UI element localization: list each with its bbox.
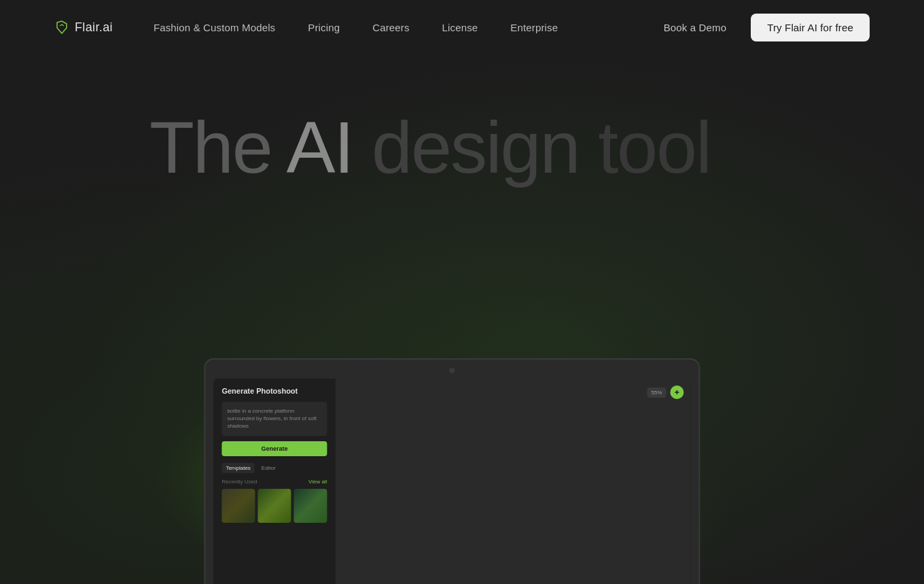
nav-link-fashion[interactable]: Fashion & Custom Models <box>154 22 275 33</box>
app-mockup-container: Assets Generate Elements Models <box>204 358 700 584</box>
hero-section: The AI design tool <box>0 54 924 186</box>
thumbnail-3[interactable] <box>294 489 327 523</box>
view-all-link[interactable]: View all <box>308 479 327 485</box>
panel-recently-used-label: Recently Used View all <box>221 479 327 485</box>
recently-used-text: Recently Used <box>221 479 257 485</box>
panel-prompt-text[interactable]: bottle in a concrete platform surrounded… <box>221 402 327 436</box>
zoom-icon <box>673 389 680 396</box>
app-ui: Assets Generate Elements Models <box>213 379 690 584</box>
nav-actions: Book a Demo Try Flair AI for free <box>650 14 870 41</box>
nav-link-enterprise[interactable]: Enterprise <box>510 22 558 33</box>
flair-logo-icon <box>54 20 69 35</box>
laptop-frame: Assets Generate Elements Models <box>204 358 700 584</box>
book-demo-button[interactable]: Book a Demo <box>650 15 741 40</box>
canvas-zoom-controls: 55% <box>647 385 683 399</box>
nav-links: Fashion & Custom Models Pricing Careers … <box>154 22 650 33</box>
hero-title-ai: AI <box>287 106 353 188</box>
zoom-button[interactable] <box>670 385 683 399</box>
app-left-panel: Generate Photoshoot bottle in a concrete… <box>213 379 336 584</box>
navbar: Flair.ai Fashion & Custom Models Pricing… <box>0 0 924 54</box>
nav-link-pricing[interactable]: Pricing <box>308 22 340 33</box>
panel-tabs: Templates Editor <box>221 463 327 473</box>
hero-title-tool: tool <box>598 106 711 188</box>
zoom-level[interactable]: 55% <box>647 388 666 398</box>
tab-templates[interactable]: Templates <box>221 463 254 473</box>
thumbnail-1[interactable] <box>221 489 255 523</box>
tab-editor[interactable]: Editor <box>257 463 280 473</box>
logo-link[interactable]: Flair.ai <box>54 20 113 35</box>
logo-text: Flair.ai <box>75 20 113 35</box>
laptop-screen: Assets Generate Elements Models <box>213 379 690 584</box>
laptop-camera <box>449 368 455 373</box>
hero-title: The AI design tool <box>149 109 924 186</box>
panel-generate-button[interactable]: Generate <box>221 441 327 456</box>
try-free-button[interactable]: Try Flair AI for free <box>751 14 870 41</box>
nav-link-careers[interactable]: Careers <box>372 22 409 33</box>
app-canvas[interactable]: 55% <box>336 379 690 584</box>
hero-title-design: design <box>372 106 579 188</box>
thumbnail-2[interactable] <box>257 489 291 523</box>
panel-title: Generate Photoshoot <box>221 387 327 395</box>
panel-thumbnails <box>221 489 327 523</box>
hero-title-the: The <box>149 106 272 188</box>
nav-link-license[interactable]: License <box>442 22 478 33</box>
